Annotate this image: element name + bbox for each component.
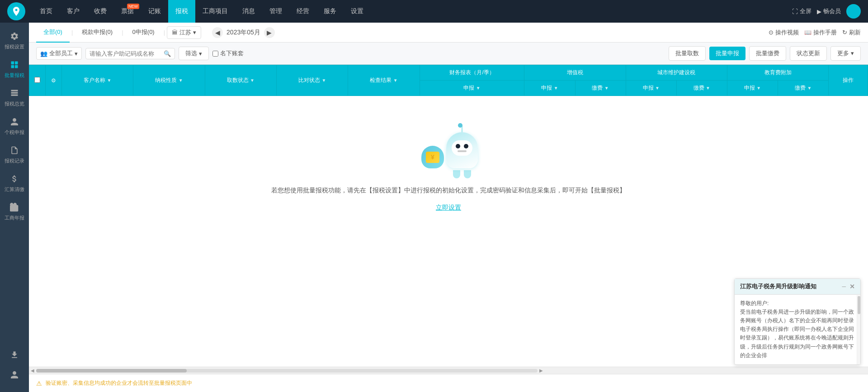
sidebar-item-download[interactable] <box>0 345 29 365</box>
minimize-icon[interactable]: ─ <box>842 283 846 290</box>
sidebar-item-user[interactable] <box>0 365 29 385</box>
edu-declare-filter-icon[interactable]: ▼ <box>756 86 761 91</box>
nav-invoice[interactable]: 票据 NEW <box>114 0 141 23</box>
col-city-declare: 申报 ▼ <box>626 81 676 96</box>
operation-video-btn[interactable]: ⊙ 操作视频 <box>769 29 799 37</box>
col-financial-declare: 申报 ▼ <box>420 81 524 96</box>
tab-tax-declare[interactable]: 税款申报 (0) <box>75 23 120 43</box>
scroll-thumb[interactable] <box>36 369 187 373</box>
date-prev-btn[interactable]: ◀ <box>212 27 223 38</box>
refresh-btn[interactable]: ↻ 刷新 <box>842 29 861 37</box>
nav-bookkeeping[interactable]: 记账 <box>141 0 168 23</box>
tab-zero-declare[interactable]: 0申报 (0) <box>125 23 162 43</box>
nav-industrial[interactable]: 工商项目 <box>195 0 235 23</box>
date-display: 2023年05月 <box>226 29 260 37</box>
annual-icon <box>9 173 20 184</box>
sidebar-item-tax-settings[interactable]: 报税设置 <box>0 26 29 55</box>
svg-rect-2 <box>11 65 14 68</box>
member-btn[interactable]: ▶ 畅会员 <box>817 7 841 15</box>
chevron-down-icon: ▾ <box>75 50 78 57</box>
nav-message[interactable]: 消息 <box>235 0 262 23</box>
status-update-button[interactable]: 状态更新 <box>790 46 827 61</box>
sidebar-bottom <box>0 345 29 388</box>
batch-fetch-button[interactable]: 批量取数 <box>669 46 706 61</box>
search-icon[interactable]: 🔍 <box>164 50 171 57</box>
col-tax-type: 纳税性质 ▼ <box>133 65 205 96</box>
horizontal-scrollbar[interactable]: ◀ ▶ <box>29 367 868 374</box>
status-message: 验证账密、采集信息均成功的企业才会流转至批量报税页面中 <box>46 379 192 387</box>
toolbar: 👥 全部员工 ▾ 🔍 筛选 ▾ 名下账套 批量取数 批量申报 批量缴费 状态更新 <box>29 43 868 65</box>
col-edu-fee: 教育费附加 <box>727 65 828 81</box>
col-check-result: 检查结果 ▼ <box>348 65 420 96</box>
operation-manual-btn[interactable]: 📖 操作手册 <box>804 29 837 37</box>
taxtype-filter-icon[interactable]: ▼ <box>179 78 183 83</box>
sidebar-label-batch-tax: 批量报税 <box>5 72 24 79</box>
batch-declare-button[interactable]: 批量申报 <box>709 47 745 60</box>
sidebar-label-tax-settings: 报税设置 <box>5 43 24 50</box>
user-avatar[interactable] <box>846 4 861 19</box>
col-edu-declare: 申报 ▼ <box>727 81 778 96</box>
close-icon[interactable]: ✕ <box>849 283 855 290</box>
setup-link[interactable]: 立即设置 <box>436 204 461 212</box>
vat-declare-filter-icon[interactable]: ▼ <box>554 86 558 91</box>
col-edu-pay: 缴费 ▼ <box>778 81 829 96</box>
province-select[interactable]: 🏛 江苏 ▾ <box>167 26 201 39</box>
sidebar-label-personal-tax: 个税申报 <box>5 129 24 136</box>
city-pay-filter-icon[interactable]: ▼ <box>706 86 710 91</box>
search-input[interactable] <box>90 50 162 57</box>
nav-management[interactable]: 管理 <box>262 0 289 23</box>
business-icon <box>9 202 20 213</box>
download-icon <box>9 349 20 360</box>
table-config-header: ⚙ <box>46 65 62 96</box>
nav-customer[interactable]: 客户 <box>60 0 87 23</box>
sidebar: 报税设置 批量报税 报税总览 <box>0 23 29 392</box>
top-nav: 首页 客户 收费 票据 NEW 记账 报税 工商项目 消息 管理 经营 服务 设… <box>0 0 868 23</box>
select-all-checkbox[interactable] <box>34 77 40 83</box>
customer-filter-icon[interactable]: ▼ <box>107 78 111 83</box>
date-next-btn[interactable]: ▶ <box>264 27 275 38</box>
filter-chevron-icon: ▾ <box>199 50 202 57</box>
nav-operation[interactable]: 经营 <box>289 0 316 23</box>
status-bar: ⚠ 验证账密、采集信息均成功的企业才会流转至批量报税页面中 <box>29 374 868 392</box>
sidebar-label-overview: 报税总览 <box>5 100 24 107</box>
vat-pay-filter-icon[interactable]: ▼ <box>604 86 609 91</box>
col-compare-status: 比对状态 ▼ <box>277 65 348 96</box>
nav-tax[interactable]: 报税 <box>168 0 195 23</box>
sub-account-checkbox[interactable]: 名下账套 <box>212 49 244 57</box>
fetch-filter-icon[interactable]: ▼ <box>250 78 255 83</box>
tab-all[interactable]: 全部 (0) <box>36 23 70 43</box>
sidebar-item-overview[interactable]: 报税总览 <box>0 83 29 112</box>
city-declare-filter-icon[interactable]: ▼ <box>655 86 660 91</box>
sidebar-item-personal-tax[interactable]: 个税申报 <box>0 112 29 140</box>
nav-fee[interactable]: 收费 <box>87 0 114 23</box>
app-logo[interactable] <box>7 2 25 20</box>
fullscreen-btn[interactable]: ⛶ 全屏 <box>792 7 811 15</box>
sidebar-item-batch-tax[interactable]: 批量报税 <box>0 55 29 83</box>
scroll-track[interactable] <box>36 369 538 373</box>
svg-rect-1 <box>15 62 18 65</box>
batch-pay-button[interactable]: 批量缴费 <box>749 46 786 61</box>
video-icon: ⊙ <box>769 29 774 36</box>
svg-rect-3 <box>15 65 18 68</box>
edu-pay-filter-icon[interactable]: ▼ <box>807 86 811 91</box>
filter-button[interactable]: 筛选 ▾ <box>179 47 209 60</box>
nav-service[interactable]: 服务 <box>316 0 344 23</box>
new-badge: NEW <box>127 4 139 9</box>
nav-items: 首页 客户 收费 票据 NEW 记账 报税 工商项目 消息 管理 经营 服务 设… <box>33 0 792 23</box>
sidebar-item-business-report[interactable]: 工商年报 <box>0 197 29 226</box>
sidebar-label-business-report: 工商年报 <box>5 215 24 221</box>
check-filter-icon[interactable]: ▼ <box>393 78 398 83</box>
fin-declare-filter-icon[interactable]: ▼ <box>476 86 481 91</box>
search-wrap: 🔍 <box>85 48 175 59</box>
sidebar-item-annual-settlement[interactable]: 汇算清缴 <box>0 169 29 197</box>
nav-home[interactable]: 首页 <box>33 0 60 23</box>
tabs-right: ⊙ 操作视频 📖 操作手册 ↻ 刷新 <box>769 29 861 37</box>
book-icon: 📖 <box>804 29 811 36</box>
gear-icon[interactable]: ⚙ <box>51 77 56 84</box>
compare-filter-icon[interactable]: ▼ <box>321 78 326 83</box>
more-button[interactable]: 更多 ▾ <box>830 46 861 61</box>
sub-account-check-input[interactable] <box>212 51 218 57</box>
nav-settings[interactable]: 设置 <box>344 0 371 23</box>
sidebar-item-tax-record[interactable]: 报税记录 <box>0 140 29 169</box>
staff-select[interactable]: 👥 全部员工 ▾ <box>36 47 82 60</box>
